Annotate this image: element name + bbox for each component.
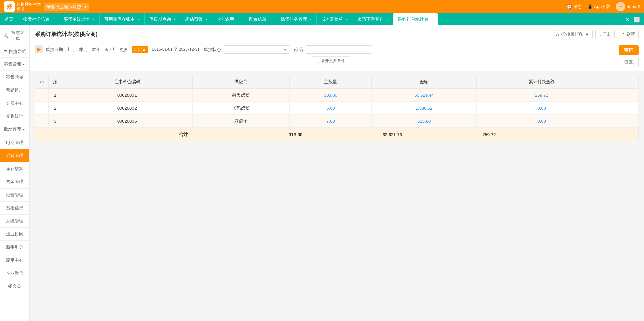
- table-area: ⚙ 序 往来单位编码 供应商 主数量 金额 累计付款金额 1 00020001: [30, 71, 644, 321]
- close-tab-yaohuo[interactable]: ×: [93, 18, 95, 21]
- logo-icon: 好: [4, 1, 15, 12]
- table-footer: 合计 316.00 62,631.76 259.72: [35, 128, 639, 141]
- close-tab-shoufashui[interactable]: ×: [52, 18, 54, 21]
- row-amount[interactable]: 525.80: [372, 115, 477, 128]
- status-filter-label: 单据状态: [204, 47, 221, 53]
- expand-icon: ▲: [22, 62, 26, 66]
- row-quantity[interactable]: 7.00: [290, 115, 372, 128]
- tab-gongneng[interactable]: 功能说明 ×: [212, 13, 244, 25]
- tab-peizhi[interactable]: 配置信息 ×: [244, 13, 276, 25]
- message-btn[interactable]: 💬 消息: [567, 4, 582, 10]
- row-extra: [607, 89, 638, 102]
- user-avatar-area[interactable]: E demo2: [616, 2, 640, 11]
- search-menu-btn[interactable]: 🔍 搜索菜单: [2, 28, 27, 43]
- sidebar-item-huiyuan[interactable]: 会员中心: [0, 97, 29, 110]
- sidebar-item-jingying[interactable]: 经营管理: [0, 189, 29, 202]
- sidebar-item-zijin[interactable]: 资金管理: [0, 175, 29, 189]
- filter-row-1: 单据日期 上月 本月 本年 近7天 更多 自定义 2016-01-01: [46, 45, 616, 54]
- shortcut-last-month[interactable]: 上月: [65, 46, 76, 53]
- close-tab-chengbentiaoz[interactable]: ×: [346, 18, 348, 21]
- tab-caigoudan[interactable]: 采购订单统计表 ×: [393, 13, 438, 25]
- tab-chengbentiaoz[interactable]: 成本调整单 ×: [317, 13, 353, 25]
- industry-selector[interactable]: 母婴行业演示账套: [44, 3, 89, 11]
- sidebar-item-lingshangcheng[interactable]: 零售商城: [0, 71, 29, 84]
- page-header-actions: 🖨 按模板打印 ▼ ↓ 导出 ↺ 刷新: [552, 30, 639, 39]
- th-settings[interactable]: ⚙: [35, 75, 49, 89]
- row-paid[interactable]: 0.00: [477, 102, 607, 115]
- filter-collapse-btn[interactable]: ▶: [35, 45, 43, 53]
- sidebar-item-qiyexietong[interactable]: 企业协同: [0, 228, 29, 241]
- row-paid[interactable]: 259.72: [477, 89, 607, 102]
- row-paid[interactable]: 0.00: [477, 115, 607, 128]
- sidebar-item-lingtongji[interactable]: 零售统计: [0, 110, 29, 123]
- status-select[interactable]: [223, 45, 290, 54]
- close-tab-keyong[interactable]: ×: [138, 18, 140, 21]
- shortcut-more[interactable]: 更多: [118, 46, 130, 53]
- sidebar-item-xitong[interactable]: 系统管理: [0, 215, 29, 228]
- shortcut-7days[interactable]: 近7天: [103, 46, 117, 53]
- refresh-btn[interactable]: ↺ 刷新: [618, 30, 639, 39]
- sidebar-item-dian[interactable]: 电商管理: [0, 136, 29, 149]
- query-btn[interactable]: 查询: [619, 45, 639, 55]
- filter-settings-btn[interactable]: 设置: [619, 57, 639, 67]
- nav-right-btns: ✕ ⬜: [624, 15, 644, 24]
- row-amount[interactable]: 1,586.52: [372, 102, 477, 115]
- maximize-btn[interactable]: ⬜: [632, 15, 641, 24]
- industry-selector-wrap[interactable]: 母婴行业演示账套: [44, 3, 89, 11]
- row-amount[interactable]: 60,519.44: [372, 89, 477, 102]
- expand-more-btn[interactable]: ⊞ 展开更多条件: [311, 56, 351, 65]
- print-btn[interactable]: 🖨 按模板打印 ▼: [552, 30, 593, 39]
- export-btn[interactable]: ↓ 导出: [595, 30, 615, 39]
- goods-more-btn[interactable]: ···: [374, 47, 378, 52]
- row-supplier: 飞鹤奶粉: [192, 102, 290, 115]
- export-icon: ↓: [599, 32, 601, 37]
- close-tab-yaoqing[interactable]: ×: [386, 18, 388, 21]
- tab-paihuorenwu[interactable]: 拣货任务管理 ×: [276, 13, 317, 25]
- sidebar-item-xinshou[interactable]: 新手引导: [0, 241, 29, 254]
- row-num: 1: [49, 89, 62, 102]
- tab-yaoqing[interactable]: 邀请下游客户 ×: [353, 13, 393, 25]
- sidebar-item-qiyeweixin[interactable]: 企业微信: [0, 267, 29, 280]
- close-all-tabs-btn[interactable]: ✕: [624, 15, 631, 24]
- sidebar-item-kucun[interactable]: 库存核算: [0, 162, 29, 175]
- quick-nav-btn[interactable]: ☰ 快捷导航: [0, 46, 29, 58]
- tab-chaochu[interactable]: 超储预警 ×: [180, 13, 212, 25]
- close-tab-baozhi[interactable]: ×: [174, 18, 176, 21]
- shortcut-this-year[interactable]: 本年: [91, 46, 102, 53]
- row-settings-cell: [35, 89, 49, 102]
- tab-home[interactable]: 首页: [0, 13, 18, 25]
- sidebar-item-yingyong[interactable]: 应用中心: [0, 254, 29, 267]
- row-quantity[interactable]: 6.00: [290, 102, 372, 115]
- filter-goods-item: 商品 ···: [294, 45, 378, 54]
- shortcut-this-month[interactable]: 本月: [78, 46, 89, 53]
- app-download-btn[interactable]: 📱 App下载: [587, 4, 610, 10]
- tab-yaohuo[interactable]: 要货单统计表 ×: [59, 13, 100, 25]
- tab-keyong[interactable]: 可用量库存账本 ×: [100, 13, 145, 25]
- download-icon: 📱: [587, 4, 593, 9]
- avatar: E: [616, 2, 625, 11]
- filter-main-row: ▶ 单据日期 上月 本月 本年 近7天 更多 自定义: [35, 45, 639, 67]
- tab-shoufashui[interactable]: 收发存汇总表 ×: [18, 13, 59, 25]
- sidebar-item-jichu[interactable]: 基础信息: [0, 202, 29, 215]
- close-tab-chaochu[interactable]: ×: [205, 18, 207, 21]
- footer-amount: 62,631.76: [344, 132, 441, 137]
- close-tab-gongneng[interactable]: ×: [237, 18, 239, 21]
- close-tab-paihuorenwu[interactable]: ×: [310, 18, 312, 21]
- th-extra: [607, 75, 638, 89]
- close-tab-caigoudan[interactable]: ×: [431, 18, 433, 21]
- logo-text: 畅捷通好生意 标版: [17, 2, 41, 12]
- row-quantity[interactable]: 303.00: [290, 89, 372, 102]
- tab-baozhi[interactable]: 保质期查询 ×: [145, 13, 181, 25]
- footer-quantity: 316.00: [247, 132, 344, 137]
- goods-input[interactable]: [305, 45, 372, 54]
- sidebar-item-lingshouguan[interactable]: 零售管理 ▲: [0, 58, 29, 71]
- row-settings-cell: [35, 102, 49, 115]
- table-row: 1 00020001 惠氏奶粉 303.00 60,519.44 259.72: [35, 89, 639, 102]
- sidebar-item-caigou[interactable]: 采购管理: [0, 149, 29, 162]
- sidebar-item-yingxiao[interactable]: 营销推广: [0, 84, 29, 97]
- filter-area: ▶ 单据日期 上月 本月 本年 近7天 更多 自定义: [30, 42, 644, 71]
- row-settings-cell: [35, 115, 49, 128]
- close-tab-peizhi[interactable]: ×: [269, 18, 271, 21]
- sidebar-item-pifaguanli[interactable]: 批发管理 ▼: [0, 123, 29, 136]
- sidebar-item-changhui[interactable]: 畅会员: [0, 280, 29, 293]
